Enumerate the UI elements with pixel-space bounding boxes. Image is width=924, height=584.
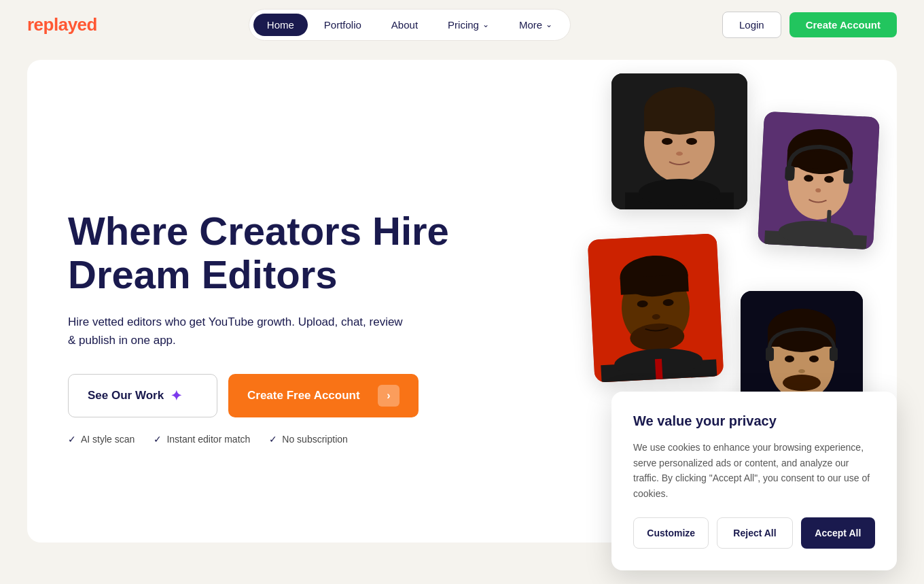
svg-point-5 xyxy=(686,138,697,145)
hero-title-line2: Dream Editors xyxy=(68,252,337,296)
arrow-icon: › xyxy=(378,385,399,407)
login-button[interactable]: Login xyxy=(722,12,781,38)
logo[interactable]: replayed xyxy=(27,14,97,35)
hero-features: ✓ AI style scan ✓ Instant editor match ✓… xyxy=(68,434,449,445)
svg-rect-40 xyxy=(766,347,774,361)
svg-point-6 xyxy=(676,152,683,156)
accept-all-button[interactable]: Accept All xyxy=(801,517,875,549)
nav-portfolio[interactable]: Portfolio xyxy=(310,14,375,36)
feature-ai-scan: ✓ AI style scan xyxy=(68,434,135,445)
check-icon-3: ✓ xyxy=(269,434,277,445)
customize-button[interactable]: Customize xyxy=(633,517,709,549)
nav-about[interactable]: About xyxy=(378,14,431,36)
create-account-button[interactable]: Create Account xyxy=(789,12,897,37)
editor-photo-2 xyxy=(758,111,880,250)
nav-links: Home Portfolio About Pricing ⌄ More ⌄ xyxy=(249,9,571,41)
create-free-account-button[interactable]: Create Free Account › xyxy=(228,374,419,417)
feature-match-label: Instant editor match xyxy=(166,434,250,445)
svg-rect-18 xyxy=(827,210,832,224)
svg-point-38 xyxy=(809,356,819,362)
svg-point-37 xyxy=(785,356,794,362)
check-icon-1: ✓ xyxy=(68,434,76,445)
svg-point-4 xyxy=(662,138,673,145)
pricing-chevron-icon: ⌄ xyxy=(482,20,489,29)
nav-pricing[interactable]: Pricing ⌄ xyxy=(434,14,503,36)
feature-no-sub: ✓ No subscription xyxy=(269,434,348,445)
check-icon-2: ✓ xyxy=(154,434,162,445)
sparkle-icon: ✦ xyxy=(171,388,182,404)
see-our-work-button[interactable]: See Our Work ✦ xyxy=(68,374,217,417)
logo-text: replayed xyxy=(27,14,97,35)
hero-subtitle: Hire vetted editors who get YouTube grow… xyxy=(68,313,408,349)
nav-more[interactable]: More ⌄ xyxy=(505,14,566,36)
see-work-label: See Our Work xyxy=(88,389,164,402)
svg-point-39 xyxy=(798,369,805,373)
hero-section: Where Creators Hire Dream Editors Hire v… xyxy=(68,209,449,445)
svg-rect-31 xyxy=(655,359,663,379)
svg-point-8 xyxy=(639,179,720,206)
cookie-text: We use cookies to enhance your browsing … xyxy=(633,440,875,501)
nav-home[interactable]: Home xyxy=(253,14,308,36)
nav-actions: Login Create Account xyxy=(722,12,897,38)
cookie-banner: We value your privacy We use cookies to … xyxy=(611,392,897,570)
more-chevron-icon: ⌄ xyxy=(546,20,552,29)
svg-rect-24 xyxy=(620,274,689,294)
svg-rect-3 xyxy=(644,111,715,131)
navbar: replayed Home Portfolio About Pricing ⌄ … xyxy=(0,0,924,49)
svg-rect-16 xyxy=(785,165,795,181)
cookie-title: We value your privacy xyxy=(633,413,875,429)
create-free-label: Create Free Account xyxy=(247,389,360,402)
feature-editor-match: ✓ Instant editor match xyxy=(154,434,250,445)
cookie-buttons: Customize Reject All Accept All xyxy=(633,517,875,549)
hero-title-line1: Where Creators Hire xyxy=(68,209,449,253)
editor-photo-3 xyxy=(588,233,724,383)
svg-point-36 xyxy=(783,375,821,391)
svg-rect-41 xyxy=(830,347,838,361)
editor-photo-1 xyxy=(611,73,747,209)
hero-title: Where Creators Hire Dream Editors xyxy=(68,209,449,296)
reject-all-button[interactable]: Reject All xyxy=(717,517,792,549)
feature-ai-label: AI style scan xyxy=(81,434,135,445)
hero-buttons: See Our Work ✦ Create Free Account › xyxy=(68,374,449,417)
feature-nosub-label: No subscription xyxy=(282,434,348,445)
svg-rect-17 xyxy=(843,169,853,184)
